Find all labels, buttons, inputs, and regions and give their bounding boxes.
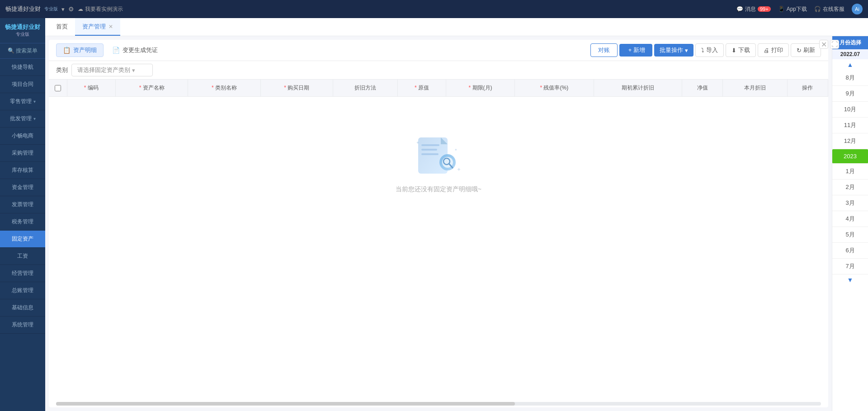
list-icon: 📋 [63, 47, 71, 54]
search-icon: 🔍 [8, 47, 14, 54]
scroll-thumb[interactable] [56, 402, 515, 406]
sidebar-item-purchase[interactable]: 采购管理 [0, 145, 45, 162]
sub-tab-change-voucher[interactable]: 📄 变更生成凭证 [105, 43, 165, 57]
import-button[interactable]: ⤵ 导入 [695, 43, 724, 57]
sub-tab-asset-detail[interactable]: 📋 资产明细 [56, 43, 104, 57]
sidebar-item-inventory[interactable]: 库存核算 [0, 162, 45, 179]
col-dep-method: 折旧方法 [333, 80, 398, 97]
sidebar-item-salary[interactable]: 工资 [0, 248, 45, 265]
month-item-5[interactable]: 5月 [832, 227, 868, 243]
table-header-row: 编码 资产名称 类别名称 购买日期 折旧方法 原值 期限(月) 残值率(%) 期… [49, 80, 828, 97]
sidebar-item-quicknav[interactable]: 快捷导航 [0, 59, 45, 76]
select-all-checkbox[interactable] [55, 85, 61, 91]
col-residual-rate: 残值率(%) [514, 80, 594, 97]
chevron-down-icon: ▾ [33, 116, 36, 121]
table-body: ✦ ✦ ✦ 当前您还没有固定资产明细哦~ [49, 97, 828, 230]
month-item-12[interactable]: 12月 [832, 133, 868, 149]
month-year-label: 2022.07 [832, 49, 868, 59]
app-download-button[interactable]: 📱 App下载 [778, 5, 807, 13]
col-checkbox [49, 80, 67, 97]
demo-link[interactable]: ☁ 我要看实例演示 [78, 5, 123, 13]
chevron-down-icon: ▾ [685, 47, 688, 54]
sidebar-item-wholesale[interactable]: 批发管理 ▾ [0, 110, 45, 128]
download-icon: ⬇ [731, 47, 736, 54]
cloud-icon: ☁ [78, 6, 83, 12]
sidebar: 畅捷通好业财 专业版 🔍 搜索菜单 快捷导航 项目合同 零售管理 ▾ 批发管理 … [0, 18, 45, 411]
message-button[interactable]: 💬 消息 99+ [736, 5, 771, 13]
svg-text:✦: ✦ [457, 166, 461, 173]
sidebar-item-tax[interactable]: 税务管理 [0, 213, 45, 231]
month-item-2[interactable]: 2月 [832, 180, 868, 195]
logo-text: 畅捷通好业财 [4, 24, 42, 31]
month-up-arrow[interactable]: ▲ [845, 59, 855, 70]
svg-rect-1 [421, 144, 439, 146]
top-bar-right: 💬 消息 99+ 📱 App下载 🎧 在线客服 Ai [736, 4, 863, 14]
col-accum-dep: 期初累计折旧 [594, 80, 682, 97]
company-name: 畅捷通好业财 [5, 5, 41, 13]
sidebar-item-retail[interactable]: 零售管理 ▾ [0, 93, 45, 110]
tab-asset-management[interactable]: 资产管理 ✕ [75, 18, 120, 36]
col-name: 资产名称 [116, 80, 188, 97]
logo-sub: 专业版 [4, 31, 42, 38]
batch-button[interactable]: 批量操作 ▾ [654, 44, 693, 57]
month-item-9[interactable]: 9月 [832, 86, 868, 102]
month-item-10[interactable]: 10月 [832, 102, 868, 118]
col-net-value: 净值 [682, 80, 723, 97]
sidebar-item-basicinfo[interactable]: 基础信息 [0, 299, 45, 317]
month-year-2023-badge[interactable]: 2023 [832, 149, 868, 164]
refresh-button[interactable]: ↻ 刷新 [791, 43, 821, 57]
empty-illustration: ✦ ✦ ✦ [411, 133, 466, 178]
col-operation: 操作 [787, 80, 828, 97]
download-button[interactable]: ⬇ 下载 [726, 43, 756, 57]
tab-bar: 首页 资产管理 ✕ [45, 18, 868, 36]
month-item-3[interactable]: 3月 [832, 195, 868, 211]
sidebar-item-invoice[interactable]: 发票管理 [0, 196, 45, 213]
content-area: 首页 资产管理 ✕ 📋 资产明细 📄 变更生成凭证 [45, 18, 868, 411]
print-icon: 🖨 [764, 47, 769, 54]
sidebar-item-project[interactable]: 项目合同 [0, 76, 45, 93]
sidebar-item-ecommerce[interactable]: 小畅电商 [0, 128, 45, 145]
month-item-4[interactable]: 4月 [832, 211, 868, 227]
sidebar-item-ledger[interactable]: 总账管理 [0, 282, 45, 299]
svg-text:✦: ✦ [454, 148, 458, 152]
month-panel-expand-button[interactable]: ⛶ [830, 40, 839, 49]
top-bar-left: 畅捷通好业财 专业版 ▾ ⚙ ☁ 我要看实例演示 [5, 5, 123, 13]
sidebar-logo: 畅捷通好业财 专业版 [0, 18, 45, 43]
month-item-8[interactable]: 8月 [832, 70, 868, 86]
tab-close-icon[interactable]: ✕ [108, 24, 113, 30]
phone-icon: 📱 [778, 6, 785, 12]
select-arrow-icon: ▾ [132, 67, 135, 74]
category-label: 类别 [56, 66, 68, 74]
category-placeholder: 请选择固定资产类别 [77, 66, 130, 74]
month-item-6[interactable]: 6月 [832, 243, 868, 259]
assets-table: 编码 资产名称 类别名称 购买日期 折旧方法 原值 期限(月) 残值率(%) 期… [49, 80, 828, 230]
sidebar-item-finance[interactable]: 资金管理 [0, 179, 45, 196]
sidebar-item-operations[interactable]: 经营管理 [0, 265, 45, 282]
month-nav-arrows: ▲ [832, 59, 868, 70]
horizontal-scrollbar[interactable] [56, 402, 821, 406]
chevron-down-icon: ▾ [33, 99, 36, 104]
category-select[interactable]: 请选择固定资产类别 ▾ [71, 64, 153, 76]
print-button[interactable]: 🖨 打印 [758, 43, 789, 57]
sidebar-item-system[interactable]: 系统管理 [0, 317, 45, 334]
user-avatar[interactable]: Ai [852, 4, 863, 14]
tab-home[interactable]: 首页 [49, 18, 75, 36]
col-purchase-date: 购买日期 [260, 80, 333, 97]
month-panel: 月份选择 2022.07 ▲ 8月 9月 10月 11月 12月 2023 1月… [832, 36, 868, 411]
match-button[interactable]: 对账 [590, 43, 618, 57]
sidebar-search[interactable]: 🔍 搜索菜单 [0, 43, 45, 59]
filter-bar: 类别 请选择固定资产类别 ▾ [49, 61, 828, 80]
month-panel-close-button[interactable]: ✕ [819, 40, 828, 49]
month-item-1[interactable]: 1月 [832, 164, 868, 180]
online-service-button[interactable]: 🎧 在线客服 [814, 5, 844, 13]
month-item-11[interactable]: 11月 [832, 118, 868, 133]
settings-icon[interactable]: ⚙ [68, 5, 74, 13]
table-container: 编码 资产名称 类别名称 购买日期 折旧方法 原值 期限(月) 残值率(%) 期… [49, 80, 828, 400]
add-button[interactable]: + 新增 [619, 44, 652, 57]
month-down-arrow[interactable]: ▼ [845, 274, 855, 285]
company-dropdown[interactable]: ▾ [61, 6, 65, 13]
sidebar-item-fixed-assets[interactable]: 固定资产 [0, 231, 45, 248]
top-bar: 畅捷通好业财 专业版 ▾ ⚙ ☁ 我要看实例演示 💬 消息 99+ 📱 App下… [0, 0, 868, 18]
month-item-7[interactable]: 7月 [832, 259, 868, 274]
month-nav-down-arrows: ▼ [832, 274, 868, 285]
